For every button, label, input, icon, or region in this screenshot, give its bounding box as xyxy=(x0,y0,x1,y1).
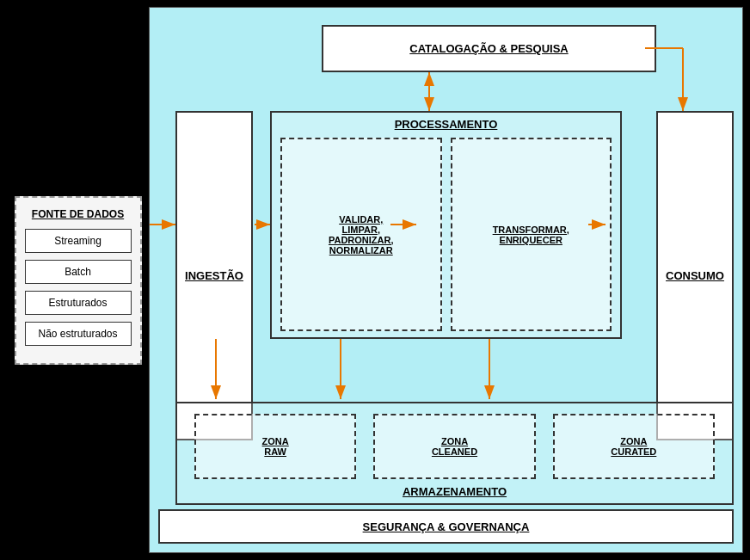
zona-cleaned-label: ZONACLEANED xyxy=(432,436,477,457)
catalogacao-label: CATALOGAÇÃO & PESQUISA xyxy=(409,42,568,55)
fonte-de-dados-box: FONTE DE DADOS Streaming Batch Estrutura… xyxy=(15,196,142,365)
transformar-label: TRANSFORMAR,ENRIQUECER xyxy=(493,225,569,245)
transformar-box: TRANSFORMAR,ENRIQUECER xyxy=(451,138,612,331)
ingestao-box: INGESTÃO xyxy=(175,111,253,440)
zona-cleaned-box: ZONACLEANED xyxy=(373,414,535,479)
validar-label: VALIDAR,LIMPAR,PADRONIZAR,NORMALIZAR xyxy=(329,214,394,255)
nao-estruturados-item: Não estruturados xyxy=(25,322,132,346)
estruturados-item: Estruturados xyxy=(25,291,132,315)
processamento-inner: VALIDAR,LIMPAR,PADRONIZAR,NORMALIZAR TRA… xyxy=(280,138,612,331)
armazenamento-label: ARMAZENAMENTO xyxy=(177,485,732,498)
zona-curated-box: ZONACURATED xyxy=(553,414,715,479)
seguranca-bar: SEGURANÇA & GOVERNANÇA xyxy=(158,509,734,544)
catalogacao-box: CATALOGAÇÃO & PESQUISA xyxy=(322,25,656,72)
validar-box: VALIDAR,LIMPAR,PADRONIZAR,NORMALIZAR xyxy=(280,138,442,331)
streaming-item: Streaming xyxy=(25,229,132,253)
ingestao-label: INGESTÃO xyxy=(185,269,243,282)
left-panel: FONTE DE DADOS Streaming Batch Estrutura… xyxy=(7,7,149,553)
armazenamento-outer: ZONARAW ZONACLEANED ZONACURATED ARMAZENA… xyxy=(175,402,734,505)
processamento-label: PROCESSAMENTO xyxy=(272,113,620,131)
processamento-box: PROCESSAMENTO VALIDAR,LIMPAR,PADRONIZAR,… xyxy=(270,111,622,339)
zona-raw-box: ZONARAW xyxy=(194,414,356,479)
fonte-title: FONTE DE DADOS xyxy=(25,208,132,220)
zona-raw-label: ZONARAW xyxy=(262,436,289,457)
diagram-panel: CATALOGAÇÃO & PESQUISA INGESTÃO PROCESSA… xyxy=(149,7,743,553)
zona-curated-label: ZONACURATED xyxy=(611,436,656,457)
consumo-box: CONSUMO xyxy=(656,111,734,440)
consumo-label: CONSUMO xyxy=(666,269,724,282)
batch-item: Batch xyxy=(25,260,132,284)
seguranca-label: SEGURANÇA & GOVERNANÇA xyxy=(363,520,530,533)
